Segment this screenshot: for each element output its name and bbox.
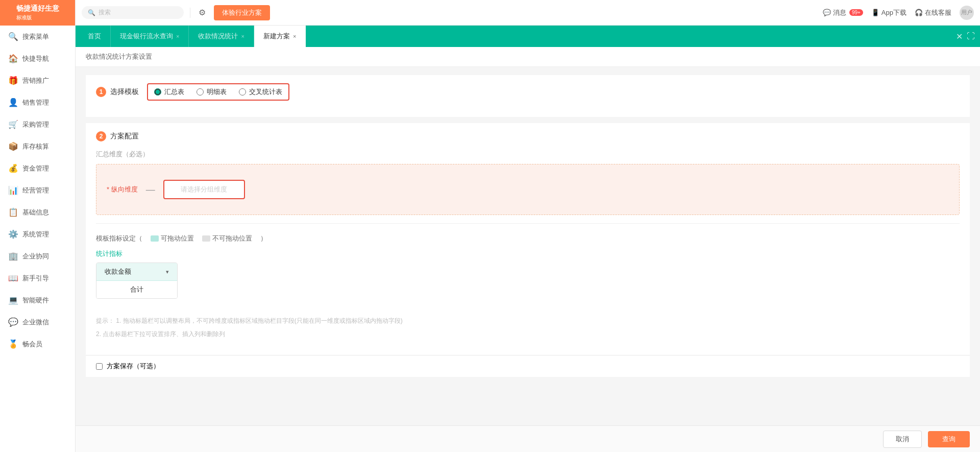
- radio-summary-input[interactable]: [154, 88, 161, 96]
- sidebar-item-label: 畅会员: [22, 340, 42, 349]
- radio-cross[interactable]: 交叉统计表: [239, 87, 282, 97]
- sidebar-item-inventory[interactable]: 📦 库存核算: [0, 135, 75, 157]
- sidebar-item-basic-info[interactable]: 📋 基础信息: [0, 201, 75, 223]
- dimension-placeholder[interactable]: 请选择分组维度: [163, 180, 245, 199]
- corp-collab-icon: 🏢: [8, 251, 18, 261]
- dimension-grid: * 纵向维度 — 请选择分组维度: [96, 164, 960, 215]
- app-download-button[interactable]: 📱 App下载: [871, 8, 906, 17]
- sidebar-item-corp-collab[interactable]: 🏢 企业协同: [0, 245, 75, 267]
- sidebar-item-label: 系统管理: [22, 230, 49, 239]
- sidebar-item-sales[interactable]: 👤 销售管理: [0, 91, 75, 113]
- system-icon: ⚙️: [8, 229, 18, 239]
- sidebar-item-label: 新手引导: [22, 274, 49, 283]
- template-radio-group: 汇总表 明细表 交叉统计表: [147, 83, 289, 101]
- tab-new-plan[interactable]: 新建方案 ×: [254, 26, 306, 47]
- sidebar-item-label: 快捷导航: [22, 54, 49, 63]
- user-avatar[interactable]: 用户: [960, 6, 974, 20]
- sidebar-item-corp-weixin[interactable]: 💬 企业微信: [0, 311, 75, 333]
- sidebar-item-quick-nav[interactable]: 🏠 快捷导航: [0, 47, 75, 69]
- metrics-header-row: 收款金额 ▾: [96, 263, 177, 281]
- page-header-title: 收款情况统计方案设置: [86, 53, 152, 60]
- app-download-icon: 📱: [871, 9, 879, 16]
- sidebar-item-finance[interactable]: 💰 资金管理: [0, 157, 75, 179]
- topbar-divider1: [190, 8, 190, 18]
- finance-icon: 💰: [8, 163, 18, 173]
- chevron-down-icon[interactable]: ▾: [166, 269, 169, 275]
- save-label[interactable]: 方案保存（可选）: [107, 362, 160, 371]
- dimension-area: 汇总维度（必选） * 纵向维度 — 请选择分组维度: [96, 150, 960, 215]
- tab-bar: 首页 现金银行流水查询 × 收款情况统计 × 新建方案 × ✕ ⛶: [76, 26, 980, 47]
- radio-summary[interactable]: 汇总表: [154, 87, 184, 97]
- sidebar-item-label: 搜索菜单: [22, 32, 49, 41]
- step2-label: 方案配置: [110, 132, 139, 141]
- metrics-table: 收款金额 ▾ 合计: [96, 263, 178, 299]
- gear-icon[interactable]: ⚙: [199, 8, 206, 17]
- search-menu-icon: 🔍: [8, 32, 18, 41]
- trial-button[interactable]: 体验行业方案: [214, 5, 270, 20]
- metrics-title-label: 统计指标: [96, 249, 960, 258]
- dimension-arrow: —: [146, 184, 155, 195]
- sidebar-item-search-menu[interactable]: 🔍 搜索菜单: [0, 26, 75, 47]
- online-service-button[interactable]: 🎧 在线客服: [915, 8, 951, 17]
- sales-icon: 👤: [8, 98, 18, 107]
- step1-title: 1 选择模板 汇总表 明细表 交叉统计表: [96, 83, 960, 101]
- sidebar-item-member[interactable]: 🏅 畅会员: [0, 333, 75, 355]
- tab-receipt-stats-close[interactable]: ×: [241, 33, 244, 39]
- drag-legend-label: 可拖动位置: [161, 234, 194, 243]
- cancel-button[interactable]: 取消: [883, 431, 922, 448]
- purchase-icon: 🛒: [8, 120, 18, 129]
- step2-title: 2 方案配置: [96, 131, 960, 141]
- sidebar-item-purchase[interactable]: 🛒 采购管理: [0, 113, 75, 135]
- metrics-paren-close: ）: [260, 234, 267, 243]
- sidebar-item-guide[interactable]: 📖 新手引导: [0, 267, 75, 289]
- radio-cross-input[interactable]: [239, 88, 246, 96]
- hint-1: 提示： 1. 拖动标题栏可以调整布局，不可跨维度或指标区域拖动栏目字段(只能在同…: [96, 316, 960, 327]
- smart-hw-icon: 💻: [8, 295, 18, 305]
- sidebar-item-label: 库存核算: [22, 142, 49, 151]
- radio-detail-input[interactable]: [197, 88, 204, 96]
- tab-home-label: 首页: [88, 32, 101, 41]
- sidebar: 畅捷通好生意 标准版 🔍 搜索菜单 🏠 快捷导航 🎁 营销推广 👤 销售管理 🛒…: [0, 0, 76, 452]
- radio-cross-label: 交叉统计表: [249, 87, 282, 97]
- search-icon: 🔍: [88, 9, 95, 16]
- step2-section: 2 方案配置 汇总维度（必选） * 纵向维度 — 请选择分组维度: [86, 123, 970, 355]
- tab-bank-flow-label: 现金银行流水查询: [120, 32, 173, 41]
- metrics-section: 模板指标设定（ 可拖动位置 不可拖动位置 ） 统计指标: [96, 234, 960, 300]
- operation-icon: 📊: [8, 185, 18, 195]
- logo-sub: 标准版: [16, 14, 59, 21]
- save-checkbox[interactable]: [96, 363, 103, 370]
- nodrag-legend-label: 不可拖动位置: [212, 234, 252, 243]
- sidebar-item-system[interactable]: ⚙️ 系统管理: [0, 223, 75, 245]
- tab-receipt-stats-label: 收款情况统计: [198, 32, 238, 41]
- online-service-label: 在线客服: [925, 8, 951, 17]
- main-content: 🔍 搜索 ⚙ 体验行业方案 💬 消息 99+ 📱 App下载 🎧 在线客服 用户: [76, 0, 980, 452]
- topbar-right: 💬 消息 99+ 📱 App下载 🎧 在线客服 用户: [823, 6, 974, 20]
- tab-bank-flow-close[interactable]: ×: [176, 33, 179, 39]
- tab-bank-flow[interactable]: 现金银行流水查询 ×: [111, 26, 189, 47]
- logo-text: 畅捷通好生意: [16, 4, 59, 13]
- sidebar-item-label: 企业协同: [22, 252, 49, 261]
- tab-receipt-stats[interactable]: 收款情况统计 ×: [189, 26, 254, 47]
- close-tab-action[interactable]: ✕: [956, 32, 963, 41]
- step2-num: 2: [96, 131, 106, 141]
- sidebar-item-marketing[interactable]: 🎁 营销推广: [0, 69, 75, 91]
- radio-summary-label: 汇总表: [164, 87, 184, 97]
- search-area[interactable]: 🔍 搜索: [82, 6, 184, 19]
- query-button[interactable]: 查询: [928, 431, 970, 447]
- sidebar-item-label: 销售管理: [22, 98, 49, 107]
- sidebar-item-smart-hw[interactable]: 💻 智能硬件: [0, 289, 75, 311]
- topbar: 🔍 搜索 ⚙ 体验行业方案 💬 消息 99+ 📱 App下载 🎧 在线客服 用户: [76, 0, 980, 26]
- tab-new-plan-close[interactable]: ×: [293, 33, 296, 39]
- page-content: 收款情况统计方案设置 1 选择模板 汇总表 明细表: [76, 47, 980, 425]
- search-placeholder: 搜索: [99, 8, 111, 17]
- sidebar-item-operation[interactable]: 📊 经营管理: [0, 179, 75, 201]
- radio-detail[interactable]: 明细表: [197, 87, 227, 97]
- metrics-header-cell[interactable]: 收款金额 ▾: [96, 263, 177, 280]
- fullscreen-action[interactable]: ⛶: [967, 32, 975, 41]
- message-button[interactable]: 💬 消息 99+: [823, 8, 863, 17]
- save-section: 方案保存（可选）: [86, 355, 970, 377]
- app-download-label: App下载: [881, 8, 906, 17]
- radio-detail-label: 明细表: [207, 87, 227, 97]
- tab-home[interactable]: 首页: [76, 26, 111, 47]
- legend-nodrag: 不可拖动位置: [202, 234, 252, 243]
